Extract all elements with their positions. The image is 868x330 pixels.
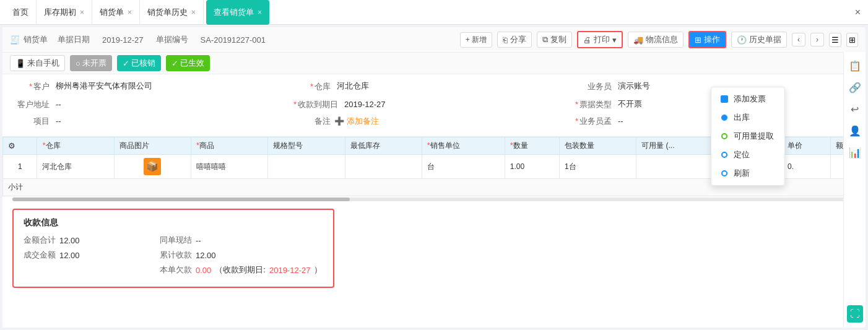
toolbar: 📱 来自手机 ○ 未开票 ✓ 已核销 ✓ 已生效 — [2, 53, 866, 74]
dropdown-locate[interactable]: 定位 — [711, 145, 784, 164]
next-button[interactable]: › — [810, 33, 824, 46]
date-value: 2019-12-27 — [102, 35, 144, 45]
share-button[interactable]: ⎗ 分享 — [497, 32, 532, 48]
locate-icon — [720, 150, 729, 159]
sidebar-return-icon[interactable]: ↩ — [848, 100, 862, 118]
circle-icon — [721, 115, 727, 121]
copy-label: 复制 — [550, 34, 566, 45]
grid-view-button[interactable]: ⊞ — [846, 33, 858, 47]
project-label: 项目 — [12, 116, 50, 127]
tab-sales-close[interactable]: × — [128, 8, 132, 17]
add-invoice-icon — [720, 95, 729, 103]
warehouse-value: 河北仓库 — [334, 79, 409, 93]
row-available — [636, 155, 720, 179]
available-qty-label: 可用量提取 — [734, 131, 774, 142]
dropdown-available-qty[interactable]: 可用量提取 — [711, 127, 784, 145]
confirm-button[interactable]: ✓ 已核销 — [117, 55, 161, 71]
operate-button[interactable]: ⊞ 操作 — [688, 31, 726, 48]
right-sidebar: 📋 🔗 ↩ 👤 📊 ⛶ — [843, 52, 866, 328]
receipt-row-3: 金额合计 12.00 本单欠款 0.00 （收款到期日: 2019-12-27 … — [24, 264, 323, 276]
tab-home[interactable]: 首页 — [5, 0, 37, 25]
circle-outline-blue-icon — [721, 152, 727, 158]
total-amount-item: 金额合计 12.00 — [24, 235, 135, 246]
customer-label: 客户 — [12, 81, 50, 92]
tab-inventory[interactable]: 库存期初 × — [37, 0, 92, 25]
print-button[interactable]: 🖨 打印 ▾ — [577, 31, 623, 48]
tab-bar: 首页 库存期初 × 销货单 × 销货单历史 × 查看销货单 × × — [0, 0, 868, 25]
tab-sales-history-close[interactable]: × — [191, 8, 196, 17]
row-unit: 台 — [422, 155, 505, 179]
not-open-label: 未开票 — [82, 58, 106, 69]
deal-value: 12.00 — [59, 251, 80, 260]
copy-button[interactable]: ⧉ 复制 — [537, 32, 572, 48]
doc-meta: 单据日期 2019-12-27 单据编号 SA-20191227-001 — [58, 34, 266, 45]
address-field-group: 客户地址 -- — [12, 98, 293, 111]
new-button[interactable]: + 新增 — [460, 32, 492, 48]
sidebar-user-icon[interactable]: 👤 — [846, 122, 864, 140]
sidebar-doc-icon[interactable]: 📋 — [846, 57, 864, 75]
close-all-button[interactable]: × — [855, 7, 861, 18]
accumulated-label: 累计收款 — [160, 250, 192, 261]
circle-outline-green-icon — [721, 133, 727, 139]
from-phone-button[interactable]: 📱 来自手机 — [10, 55, 65, 71]
receipt-title: 收款信息 — [24, 217, 323, 228]
sidebar-expand-icon[interactable]: ⛶ — [847, 305, 863, 323]
dropdown-refresh[interactable]: 刷新 — [711, 164, 784, 183]
accumulated-value: 12.00 — [196, 251, 216, 260]
list-view-button[interactable]: ☰ — [829, 33, 841, 47]
history-button[interactable]: 🕐 历史单据 — [731, 32, 787, 48]
bottom-area: 收款信息 金额合计 12.00 同单现结 -- 成交金额 12.00 累计收款 — [2, 202, 866, 294]
project-field-group: 项目 -- — [12, 115, 293, 128]
doc-actions: + 新增 ⎗ 分享 ⧉ 复制 🖨 打印 ▾ 🚚 物流信息 ⊞ 操作 — [460, 31, 858, 48]
col-product: *商品 — [191, 137, 268, 155]
logistics-button[interactable]: 🚚 物流信息 — [628, 32, 684, 48]
settings-icon[interactable]: ⚙ — [8, 141, 15, 150]
row-spec — [268, 155, 345, 179]
tab-sales[interactable]: 销货单 × — [92, 0, 140, 25]
logistics-label: 物流信息 — [646, 34, 678, 45]
sidebar-link-icon[interactable]: 🔗 — [846, 79, 864, 97]
col-qty: *数量 — [505, 137, 559, 155]
col-unit-price: 单价 — [783, 137, 831, 155]
doc-header: 🧾 销货单 单据日期 2019-12-27 单据编号 SA-20191227-0… — [2, 27, 866, 53]
locate-label: 定位 — [734, 149, 750, 160]
col-available: 可用量 (... — [636, 137, 720, 155]
accumulated-item: 累计收款 12.00 — [160, 250, 271, 261]
grid-icon: ⊞ — [695, 35, 701, 45]
dropdown-warehouse-out[interactable]: 出库 — [711, 108, 784, 127]
sidebar-chart-icon[interactable]: 📊 — [846, 144, 864, 162]
bill-type-value: 不开票 — [615, 97, 690, 111]
payment-date-value: 2019-12-27 — [342, 98, 416, 111]
col-min-stock: 最低库存 — [345, 137, 422, 155]
bill-type-label: 票据类型 — [575, 99, 612, 110]
scrollbar-thumb[interactable] — [12, 198, 350, 201]
receipt-box: 收款信息 金额合计 12.00 同单现结 -- 成交金额 12.00 累计收款 — [12, 209, 334, 288]
tab-inventory-close[interactable]: × — [80, 8, 84, 17]
col-pack-qty: 包装数量 — [559, 137, 636, 155]
tab-sales-history[interactable]: 销货单历史 × — [140, 0, 204, 25]
number-value: SA-20191227-001 — [201, 35, 266, 45]
phone-icon: 📱 — [15, 59, 25, 68]
print-icon: 🖨 — [583, 35, 591, 45]
effective-button[interactable]: ✓ 已生效 — [166, 55, 210, 71]
tab-home-label: 首页 — [12, 7, 28, 18]
col-warehouse: *仓库 — [37, 137, 114, 155]
deal-label: 成交金额 — [24, 250, 56, 261]
payment-date-field-group: 收款到期日 2019-12-27 — [293, 98, 575, 111]
col-unit: *销售单位 — [422, 137, 505, 155]
dropdown-add-invoice[interactable]: 添加发票 — [711, 90, 784, 108]
staff-value: 演示账号 — [615, 79, 690, 93]
scrollbar[interactable] — [12, 198, 856, 201]
receipt-row-2: 成交金额 12.00 累计收款 12.00 — [24, 250, 323, 261]
number-label: 单据编号 — [156, 34, 188, 45]
receipt-row-1: 金额合计 12.00 同单现结 -- — [24, 235, 323, 246]
add-note-button[interactable]: ➕ 添加备注 — [334, 116, 379, 127]
tab-view-sales[interactable]: 查看销货单 × — [206, 0, 270, 25]
prev-button[interactable]: ‹ — [792, 33, 805, 46]
square-icon — [721, 95, 728, 103]
tab-view-sales-close[interactable]: × — [258, 8, 262, 17]
col-settings[interactable]: ⚙ — [3, 137, 37, 155]
history-icon: 🕐 — [737, 35, 747, 45]
tab-inventory-label: 库存期初 — [44, 7, 76, 18]
not-open-button[interactable]: ○ 未开票 — [70, 55, 112, 71]
